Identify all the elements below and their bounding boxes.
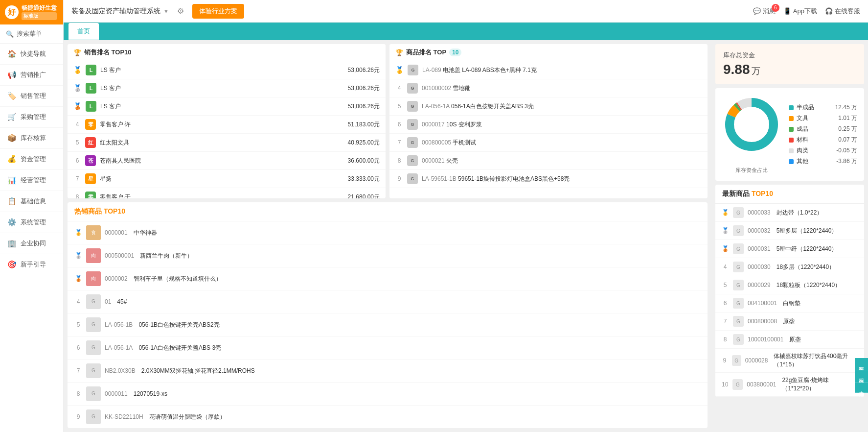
list-item: 6 G 004100001 白钢垫 [715,294,864,312]
sidebar-item-label: 系统管理 [21,218,46,227]
legend-dot [789,127,794,132]
product-name: 45# [117,298,127,305]
product-code: LA-056-1A [105,344,133,351]
sidebar-item-label: 采购管理 [21,113,46,121]
product-icon: G [407,101,418,112]
sales-icon: 🏷️ [7,92,17,100]
sidebar-item-base-info[interactable]: 📋 基础信息 [0,191,63,212]
product-icon: G [733,243,744,254]
sidebar-item-purchase[interactable]: 🛒 采购管理 [0,107,63,128]
newest-products-header: 最新商品 TOP10 [715,185,864,204]
service-label: 在线客服 [835,7,860,16]
product-name: 22g鱼豆腐-烧烤味（1*12*20） [782,376,858,393]
rank-number: 10 [721,381,729,388]
logo-icon: 好 [5,5,19,19]
svg-text:G: G [91,391,95,396]
legend-item-semifinished: 半成品 12.45 万 [789,103,857,112]
product-info: 001000002 雪地靴 [422,84,702,93]
tab-home[interactable]: 首页 [69,23,99,40]
sidebar-item-marketing[interactable]: 📢 营销推广 [0,65,63,86]
sidebar-item-cooperation[interactable]: 🏢 企业协同 [0,233,63,254]
product-code: 003800001 [747,381,776,388]
inventory-icon: 📦 [7,134,17,143]
app-download-button[interactable]: 📱 App下载 [783,7,817,16]
legend-item-material: 材料 0.07 万 [789,136,857,144]
product-name: 18颗粒板（1220*2440） [777,281,841,289]
product-info: LA-056-1A 056-1A白色按键开关盖ABS 3壳 [422,102,702,111]
product-info: LA-59651-1B 59651-1B旋转投影灯电池盒ABS黑色+58壳 [422,175,702,183]
system-icon: ⚙️ [7,218,17,227]
newest-top-label: TOP10 [752,190,773,197]
float-service-button[interactable]: 客服热线 [855,358,868,370]
sidebar: 好 畅捷通好生意 标准版 🔍 搜索菜单 🏠 快捷导航 📢 营销推广 🏷️ 销售管… [0,0,64,432]
rank-number: 6 [74,344,82,351]
customer-amount: 36,600.00元 [348,157,380,165]
inventory-total-panel: 库存总资金 9.88 万 [715,44,864,84]
sidebar-item-sales[interactable]: 🏷️ 销售管理 [0,86,63,107]
product-name: 原垄 [789,336,801,344]
product-ranking-header: 🏆 商品排名 TOP 10 [389,44,708,61]
legend-value: 1.01 万 [838,114,857,122]
product-icon: G [733,207,744,218]
product-name: 2.0X30MM双搓花轴,搓花直径2.1MM/ROHS [141,367,255,375]
service-hotline-label: 客服热线 [859,362,865,366]
table-row: 5 G LA-056-1A 056-1A白色按键开关盖ABS 3壳 [389,97,708,116]
rank-number: 9 [395,175,403,182]
sidebar-search[interactable]: 🔍 搜索菜单 [0,24,63,44]
product-image: 肉 [86,271,101,286]
customer-name: LS 客户 [100,84,344,93]
purchase-icon: 🛒 [7,113,17,121]
avatar: L [86,101,96,112]
chevron-down-icon: ▼ [163,8,169,14]
float-community-button[interactable]: 服务社区 [855,370,868,383]
product-code: 01 [105,298,111,305]
medal-silver-icon: 🥈 [74,252,82,259]
sidebar-item-label: 新手引导 [21,260,46,269]
medal-gold-icon: 🥇 [721,209,729,216]
inventory-value: 9.88 [723,62,750,77]
topbar: 装备及固定资产辅助管理系统 ▼ ⚙ 体验行业方案 💬 消息 6 📱 App下载 … [64,0,868,23]
sidebar-item-label: 企业协同 [21,239,46,248]
product-icon: G [733,316,744,327]
sidebar-item-system[interactable]: ⚙️ 系统管理 [0,212,63,233]
sidebar-item-inventory[interactable]: 📦 库存核算 [0,128,63,149]
product-icon: G [733,298,744,309]
list-item: 🥇 G 0000033 封边带（1.0*22） [715,204,864,222]
float-direct-button[interactable]: 直播 [855,383,868,393]
product-name: 056-1B白色按键开关壳ABS2壳 [138,321,219,329]
product-code: 000800008 [748,318,777,325]
system-selector[interactable]: 装备及固定资产辅助管理系统 ▼ [71,7,169,16]
sidebar-item-label: 经营管理 [21,176,46,185]
topbar-right: 💬 消息 6 📱 App下载 🎧 在线客服 [753,7,860,16]
legend-value: 0.25 万 [838,125,857,133]
rank-number: 5 [395,103,403,110]
service-icon: 🎧 [825,7,833,15]
sidebar-item-guide[interactable]: 🎯 新手引导 [0,254,63,275]
sidebar-item-finance[interactable]: 💰 资金管理 [0,149,63,170]
trial-button[interactable]: 体验行业方案 [192,4,244,19]
service-button[interactable]: 🎧 在线客服 [825,7,860,16]
legend-label: 材料 [797,136,835,144]
product-name: 花语萌值温分腿睡袋（厚款） [149,413,226,421]
table-row: 9 G LA-59651-1B 59651-1B旋转投影灯电池盒ABS黑色+58… [389,170,708,188]
settings-button[interactable]: ⚙ [174,4,187,18]
sidebar-item-operations[interactable]: 📊 经营管理 [0,170,63,191]
product-code: 000500001 [105,252,134,259]
legend-dot [789,116,794,121]
product-icon: G [86,409,101,424]
product-code: 0000011 [105,390,128,397]
trophy-icon: 🏆 [73,49,81,56]
message-button[interactable]: 💬 消息 6 [753,7,776,16]
product-code: 0000001 [105,229,128,236]
rank-number: 6 [73,157,81,164]
search-icon: 🔍 [6,30,14,38]
rank-number: 8 [721,336,729,343]
inventory-value-display: 9.88 万 [723,62,856,77]
customer-amount: 40,925.00元 [348,139,380,147]
legend-value: 12.45 万 [835,103,857,112]
customer-amount: 33,333.00元 [348,175,380,183]
newest-label: 最新商品 [722,190,752,197]
search-label: 搜索菜单 [17,29,42,38]
product-icon: G [407,173,418,184]
sidebar-item-quick-nav[interactable]: 🏠 快捷导航 [0,44,63,65]
